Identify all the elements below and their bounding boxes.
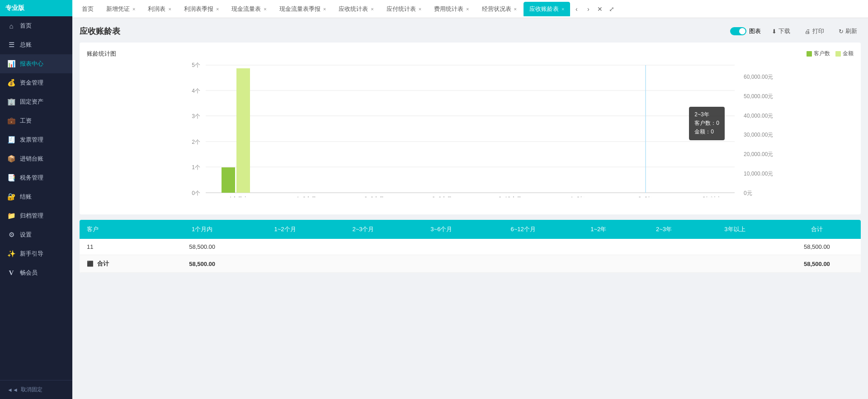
sidebar-item-member[interactable]: V 畅会员 xyxy=(0,263,72,282)
legend-amount: 金额 xyxy=(835,50,854,57)
total-m1-2 xyxy=(246,255,324,273)
pin-icon: ◄◄ xyxy=(7,387,18,393)
data-table: 客户 1个月内 1~2个月 2~3个月 3~6个月 6~12个月 1~2年 2~… xyxy=(80,220,861,273)
tab-profit[interactable]: 利润表 × xyxy=(142,2,177,16)
cell-m6-12 xyxy=(481,239,566,255)
tab-prev-button[interactable]: ‹ xyxy=(571,4,582,14)
print-button[interactable]: 🖨 打印 xyxy=(801,25,828,37)
sidebar-item-label: 固定资产 xyxy=(20,98,43,106)
svg-text:4个: 4个 xyxy=(192,88,200,94)
close-icon[interactable]: × xyxy=(466,6,469,12)
sidebar-item-home[interactable]: ⌂ 首页 xyxy=(0,16,72,35)
invoice-icon: 🧾 xyxy=(7,136,15,144)
close-icon[interactable]: × xyxy=(264,6,266,12)
capital-icon: 💰 xyxy=(7,79,15,87)
col-m3-6: 3~6个月 xyxy=(402,220,481,239)
chart-toggle[interactable]: 图表 xyxy=(730,27,761,35)
toggle-thumb xyxy=(739,28,745,34)
svg-text:1~2个月: 1~2个月 xyxy=(297,196,316,197)
svg-text:0元: 0元 xyxy=(744,190,752,196)
close-icon[interactable]: × xyxy=(168,6,171,12)
close-icon[interactable]: × xyxy=(514,6,517,12)
tab-fullscreen-button[interactable]: ⤢ xyxy=(606,4,617,14)
svg-text:2~3年: 2~3年 xyxy=(638,196,653,197)
download-button[interactable]: ⬇ 下载 xyxy=(768,25,794,37)
svg-text:3~6个月: 3~6个月 xyxy=(432,196,452,197)
close-icon[interactable]: × xyxy=(561,6,564,12)
sidebar-item-label: 新手引导 xyxy=(20,250,43,258)
page-header: 应收账龄表 图表 ⬇ 下载 🖨 打印 ↻ 刷新 xyxy=(80,25,861,37)
cell-m2-3 xyxy=(324,239,402,255)
content-area: 应收账龄表 图表 ⬇ 下载 🖨 打印 ↻ 刷新 xyxy=(72,18,868,399)
tab-receivable-stats[interactable]: 应收统计表 × xyxy=(333,2,379,16)
sidebar-item-label: 设置 xyxy=(20,231,32,239)
tab-new-voucher[interactable]: 新增凭证 × xyxy=(100,2,141,16)
col-total: 合计 xyxy=(773,220,861,239)
tab-cashflow[interactable]: 现金流量表 × xyxy=(226,2,272,16)
sidebar-item-capital[interactable]: 💰 资金管理 xyxy=(0,73,72,92)
svg-text:10,000.00元: 10,000.00元 xyxy=(744,171,773,177)
tab-cashflow-quarterly[interactable]: 现金流量表季报 × xyxy=(274,2,332,16)
legend-color-amount xyxy=(835,51,841,57)
table-total-row: ⬛ 合计 58,500.00 58,500.00 xyxy=(80,255,861,273)
download-label: 下载 xyxy=(778,27,790,35)
reports-icon: 📊 xyxy=(7,60,15,68)
total-m6-12 xyxy=(481,255,566,273)
col-m1: 1个月内 xyxy=(158,220,246,239)
sidebar-item-label: 资金管理 xyxy=(20,79,43,87)
close-icon[interactable]: × xyxy=(371,6,373,12)
toggle-pin-button[interactable]: ◄◄ 取消固定 xyxy=(0,380,72,399)
col-m2-3: 2~3个月 xyxy=(324,220,402,239)
col-y2-3: 2~3年 xyxy=(631,220,697,239)
col-y1-2: 1~2年 xyxy=(566,220,631,239)
tax-icon: 📑 xyxy=(7,174,15,182)
sidebar-item-reports[interactable]: 📊 报表中心 xyxy=(0,54,72,73)
close-icon[interactable]: × xyxy=(216,6,219,12)
tab-profit-quarterly[interactable]: 利润表季报 × xyxy=(178,2,225,16)
tab-operations[interactable]: 经营状况表 × xyxy=(476,2,523,16)
sidebar-item-salary[interactable]: 💼 工资 xyxy=(0,111,72,130)
tab-payable-stats[interactable]: 应付统计表 × xyxy=(381,2,427,16)
sidebar-item-tax[interactable]: 📑 税务管理 xyxy=(0,168,72,187)
sidebar-item-inventory[interactable]: 📦 进销台账 xyxy=(0,149,72,168)
chart-container: 账龄统计图 客户数 金额 0个 1个 2个 3个 xyxy=(80,43,861,214)
tab-receivable-aging[interactable]: 应收账龄表 × xyxy=(524,2,570,16)
sidebar-item-guide[interactable]: ✨ 新手引导 xyxy=(0,244,72,263)
sidebar-item-archive[interactable]: 📁 归档管理 xyxy=(0,206,72,225)
sidebar-item-closing[interactable]: 🔐 结账 xyxy=(0,187,72,206)
ledger-icon: ☰ xyxy=(7,41,15,49)
svg-text:6~12个月: 6~12个月 xyxy=(498,196,521,197)
svg-text:0个: 0个 xyxy=(192,190,200,196)
tab-next-button[interactable]: › xyxy=(583,4,594,14)
tab-expense-stats[interactable]: 费用统计表 × xyxy=(428,2,475,16)
refresh-button[interactable]: ↻ 刷新 xyxy=(835,25,861,37)
close-icon[interactable]: × xyxy=(419,6,421,12)
sidebar-item-ledger[interactable]: ☰ 总账 xyxy=(0,35,72,54)
refresh-icon: ↻ xyxy=(839,28,844,35)
svg-text:40,000.00元: 40,000.00元 xyxy=(744,113,773,119)
inventory-icon: 📦 xyxy=(7,155,15,163)
home-icon: ⌂ xyxy=(7,22,15,30)
cell-y3p xyxy=(697,239,773,255)
col-y3p: 3年以上 xyxy=(697,220,773,239)
sidebar-item-settings[interactable]: ⚙ 设置 xyxy=(0,225,72,244)
refresh-label: 刷新 xyxy=(845,27,857,35)
total-row-label: 合计 xyxy=(97,260,109,267)
sidebar-item-label: 工资 xyxy=(20,117,32,125)
sidebar-item-label: 进销台账 xyxy=(20,155,43,163)
chart-title: 账龄统计图 xyxy=(87,50,854,58)
total-total: 58,500.00 xyxy=(773,255,861,273)
closing-icon: 🔐 xyxy=(7,193,15,201)
svg-text:2个: 2个 xyxy=(192,139,200,145)
tab-home[interactable]: 首页 xyxy=(76,2,99,16)
close-icon[interactable]: × xyxy=(323,6,326,12)
legend-label-count: 客户数 xyxy=(814,50,830,57)
close-icon[interactable]: × xyxy=(132,6,135,12)
sidebar-item-assets[interactable]: 🏢 固定资产 xyxy=(0,92,72,111)
toggle-track[interactable] xyxy=(730,27,746,35)
tab-close-all-button[interactable]: ✕ xyxy=(594,4,605,14)
app-logo: 专业版 xyxy=(0,0,72,16)
chart-toggle-label: 图表 xyxy=(749,27,761,35)
total-m1: 58,500.00 xyxy=(158,255,246,273)
sidebar-item-invoice[interactable]: 🧾 发票管理 xyxy=(0,130,72,149)
